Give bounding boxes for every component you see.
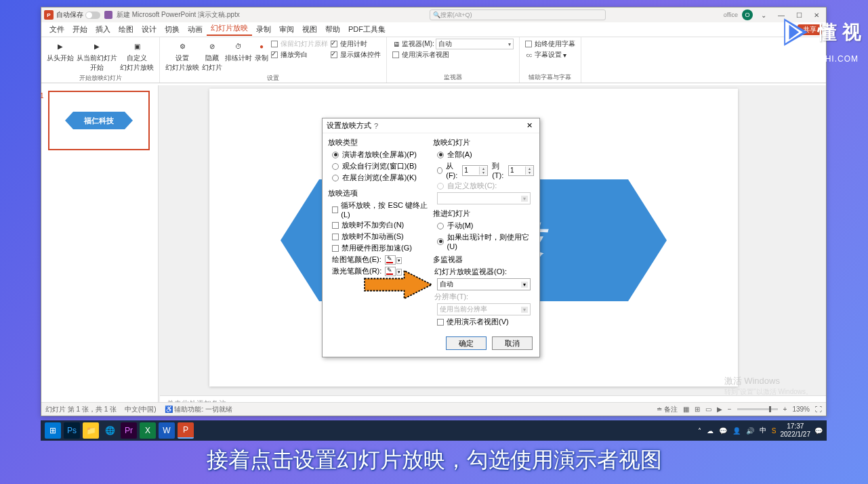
play-narration-checkbox[interactable]: 播放旁白 <box>271 50 328 60</box>
menu-view[interactable]: 视图 <box>298 24 321 35</box>
taskbar-explorer[interactable]: 📁 <box>83 422 99 439</box>
menu-transitions[interactable]: 切换 <box>161 24 184 35</box>
radio-speaker[interactable]: 演讲者放映(全屏幕)(P) <box>332 150 429 160</box>
menu-bar: 文件 开始 插入 绘图 设计 切换 动画 幻灯片放映 录制 审阅 视图 帮助 P… <box>41 22 826 37</box>
tray-people-icon[interactable]: 👤 <box>731 427 742 435</box>
to-spinner[interactable]: ▴▾ <box>508 165 534 176</box>
record-button[interactable]: ●录制 <box>255 39 268 63</box>
reading-view-icon[interactable]: ▭ <box>705 405 711 413</box>
slideshow-monitor-label: 幻灯片放映监视器(O): <box>434 267 507 277</box>
fit-to-window-icon[interactable]: ⛶ <box>815 405 822 413</box>
slide-thumbnail-1[interactable]: 福仁科技 <box>48 91 150 150</box>
check-loop[interactable]: 循环放映，按 ESC 键终止(L) <box>332 200 429 219</box>
menu-home[interactable]: 开始 <box>68 24 91 35</box>
keep-ink-checkbox[interactable]: 保留幻灯片原样 <box>271 39 328 49</box>
slideshow-view-icon[interactable]: ▶ <box>717 405 722 413</box>
ok-button[interactable]: 确定 <box>446 336 487 350</box>
always-subtitle-checkbox[interactable]: 始终使用字幕 <box>525 39 575 49</box>
minimize-button[interactable]: — <box>774 12 788 19</box>
tray-ime-label[interactable]: 中 <box>758 426 768 435</box>
radio-use-timings[interactable]: 如果出现计时，则使用它(U) <box>437 232 534 250</box>
account-avatar[interactable]: O <box>742 9 753 20</box>
taskbar-chrome[interactable]: 🌐 <box>102 422 118 439</box>
tray-sogou-icon[interactable]: Ѕ <box>770 427 778 435</box>
menu-animations[interactable]: 动画 <box>184 24 207 35</box>
presenter-view-checkbox[interactable]: 使用演示者视图 <box>392 50 514 60</box>
hide-slide-button[interactable]: ⊘隐藏 幻灯片 <box>202 39 222 72</box>
radio-all-slides[interactable]: 全部(A) <box>437 150 534 160</box>
subtitle-settings-button[interactable]: ㏄字幕设置 ▾ <box>525 50 575 60</box>
check-presenter-view[interactable]: 使用演示者视图(V) <box>437 317 534 327</box>
menu-help[interactable]: 帮助 <box>321 24 344 35</box>
autosave-toggle[interactable]: 自动保存 <box>56 10 100 20</box>
start-button[interactable]: ⊞ <box>45 422 61 439</box>
checkbox-icon <box>271 41 278 47</box>
use-timings-checkbox[interactable]: 使用计时 <box>331 39 381 49</box>
notes-button[interactable]: ≐ 备注 <box>657 405 678 414</box>
taskbar-word[interactable]: W <box>159 422 175 439</box>
group-label-monitors: 监视器 <box>392 72 514 82</box>
menu-file[interactable]: 文件 <box>45 24 68 35</box>
zoom-level[interactable]: 139% <box>792 405 810 413</box>
from-beginning-button[interactable]: ▶从头开始 <box>47 39 74 63</box>
menu-record[interactable]: 录制 <box>252 24 275 35</box>
check-disable-hw[interactable]: 禁用硬件图形加速(G) <box>332 243 429 253</box>
chevron-down-icon: ▾ <box>508 41 511 47</box>
radio-manual[interactable]: 手动(M) <box>437 221 534 231</box>
tray-chevron-icon[interactable]: ˄ <box>697 427 703 435</box>
tray-notification-icon[interactable]: 💬 <box>813 427 824 435</box>
radio-from-to[interactable]: 从(F): ▴▾ 到(T): ▴▾ <box>437 161 534 179</box>
spin-down-icon[interactable]: ▾ <box>526 171 533 175</box>
pen-color-picker[interactable]: ✎▾ <box>385 255 396 265</box>
tray-cloud-icon[interactable]: ☁ <box>705 427 715 435</box>
custom-slideshow-button[interactable]: ▣自定义 幻灯片放映 <box>120 39 154 72</box>
tray-volume-icon[interactable]: 🔊 <box>745 427 756 435</box>
menu-slideshow[interactable]: 幻灯片放映 <box>207 23 252 36</box>
menu-draw[interactable]: 绘图 <box>115 24 138 35</box>
monitor-select[interactable]: 自动▾ <box>437 278 531 290</box>
chevron-down-icon[interactable]: ▾ <box>396 257 402 264</box>
from-spinner[interactable]: ▴▾ <box>462 165 488 176</box>
monitor-select[interactable]: 🖥监视器(M):自动▾ <box>392 39 514 49</box>
tray-wechat-icon[interactable]: 💬 <box>718 427 728 435</box>
close-button[interactable]: ✕ <box>810 12 823 19</box>
taskbar-excel[interactable]: X <box>140 422 156 439</box>
zoom-in-button[interactable]: + <box>783 405 787 413</box>
maximize-button[interactable]: ☐ <box>792 12 806 19</box>
accessibility-status[interactable]: ♿ 辅助功能: 一切就绪 <box>165 405 232 414</box>
setup-slideshow-button[interactable]: ⚙设置 幻灯片放映 <box>165 39 199 72</box>
slide-thumbnail-panel: 1 福仁科技 <box>41 85 159 402</box>
radio-kiosk[interactable]: 在展台浏览(全屏幕)(K) <box>332 173 429 183</box>
zoom-slider[interactable] <box>737 408 778 410</box>
menu-review[interactable]: 审阅 <box>275 24 298 35</box>
toggle-switch[interactable] <box>85 12 100 19</box>
menu-design[interactable]: 设计 <box>138 24 161 35</box>
radio-browsed[interactable]: 观众自行浏览(窗口)(B) <box>332 161 429 171</box>
taskbar-clock[interactable]: 17:37 2022/1/27 <box>781 422 811 439</box>
monitor-combo[interactable]: 自动▾ <box>436 39 514 49</box>
menu-pdf[interactable]: PDF工具集 <box>344 24 390 35</box>
save-icon[interactable] <box>104 11 112 19</box>
from-current-button[interactable]: ▶从当前幻灯片 开始 <box>77 39 117 72</box>
check-no-animation[interactable]: 放映时不加动画(S) <box>332 232 429 242</box>
spin-down-icon[interactable]: ▾ <box>480 171 487 175</box>
checkbox-icon <box>437 319 444 326</box>
normal-view-icon[interactable]: ▦ <box>683 405 689 413</box>
dialog-help-button[interactable]: ? <box>371 122 381 130</box>
cancel-button[interactable]: 取消 <box>492 336 533 350</box>
dialog-close-button[interactable]: ✕ <box>524 121 535 130</box>
taskbar-premiere[interactable]: Pr <box>121 422 137 439</box>
language-indicator[interactable]: 中文(中国) <box>125 405 157 414</box>
rehearse-button[interactable]: ⏱排练计时 <box>225 39 252 63</box>
taskbar-powerpoint[interactable]: P <box>178 422 194 439</box>
check-no-narration[interactable]: 放映时不加旁白(N) <box>332 220 429 230</box>
checkbox-icon <box>332 234 339 240</box>
taskbar-photoshop[interactable]: Ps <box>64 422 80 439</box>
menu-insert[interactable]: 插入 <box>91 24 115 35</box>
zoom-out-button[interactable]: − <box>728 405 732 413</box>
sorter-view-icon[interactable]: ⊞ <box>695 405 700 413</box>
search-input[interactable]: 🔍 搜索(Alt+Q) <box>430 9 606 20</box>
show-media-checkbox[interactable]: 显示媒体控件 <box>331 50 381 60</box>
ribbon-options-icon[interactable]: ⌄ <box>757 12 770 19</box>
share-button[interactable]: 共享 <box>798 24 822 35</box>
